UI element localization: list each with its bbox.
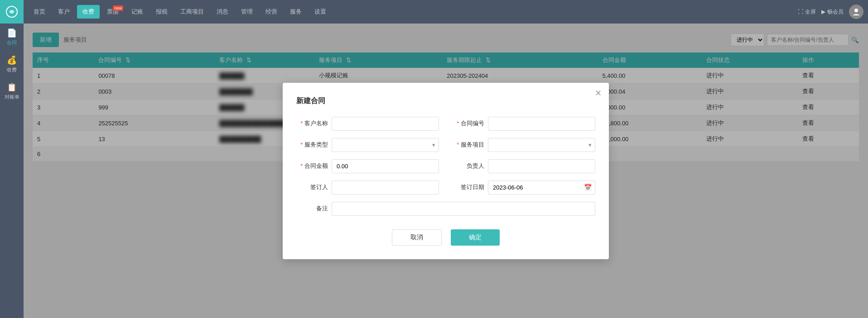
main-area: 首页 客户 收费 票据 new 记账 报税 工商项目 消息 管理 经营 服务 设… — [24, 0, 868, 318]
fullscreen-icon: ⛶ — [798, 9, 803, 15]
new-badge: new — [113, 5, 123, 11]
sidebar-item-reconciliation[interactable]: 📋 对账单 — [0, 78, 24, 105]
nav-manage[interactable]: 管理 — [236, 5, 258, 19]
nav-settings[interactable]: 设置 — [309, 5, 332, 19]
form-row-responsible: 负责人 — [453, 159, 595, 173]
sidebar-item-collection-label: 收费 — [7, 66, 17, 73]
amount-label: 合同金额 — [296, 162, 328, 170]
nav-service[interactable]: 服务 — [285, 5, 307, 19]
form-row-service-type: 服务类型 — [296, 138, 439, 152]
video-icon: ▶ — [821, 9, 825, 15]
logo — [0, 0, 24, 24]
responsible-input[interactable] — [488, 159, 595, 173]
service-item-label: 服务项目 — [453, 141, 484, 149]
service-item-select[interactable] — [488, 138, 595, 152]
contract-icon: 📄 — [7, 28, 17, 38]
amount-input[interactable]: 0.00 — [332, 159, 439, 173]
sign-date-label: 签订日期 — [453, 183, 484, 191]
member-label: 畅会员 — [827, 8, 844, 16]
form-row-sign-date: 签订日期 2023-06-06 📅 — [453, 180, 595, 195]
nav-tax[interactable]: 报税 — [150, 5, 173, 19]
client-name-label: 客户名称 — [296, 119, 328, 128]
avatar[interactable] — [849, 5, 863, 19]
modal-overlay: 新建合同 ✕ 客户名称 合同编号 服务类型 — [24, 24, 868, 318]
signer-label: 签订人 — [296, 183, 328, 191]
svg-point-1 — [854, 9, 858, 12]
sign-date-input[interactable]: 2023-06-06 — [488, 180, 595, 195]
remark-input[interactable] — [332, 202, 595, 216]
nav-business[interactable]: 工商项目 — [175, 5, 209, 19]
collection-icon: 💰 — [7, 55, 17, 65]
remark-label: 备注 — [296, 204, 328, 213]
nav-home[interactable]: 首页 — [28, 5, 51, 19]
modal-close-button[interactable]: ✕ — [595, 88, 602, 98]
form-row-service-item: 服务项目 — [453, 138, 595, 152]
nav-client[interactable]: 客户 — [53, 5, 75, 19]
form-grid: 客户名称 合同编号 服务类型 服务项目 — [296, 117, 595, 216]
service-type-select-wrap — [332, 138, 439, 152]
sidebar-item-reconciliation-label: 对账单 — [5, 94, 19, 100]
nav-invoice[interactable]: 收费 — [77, 5, 100, 19]
service-item-select-wrap — [488, 138, 595, 152]
modal-title: 新建合同 — [296, 96, 595, 106]
topnav-right: ⛶ 全屏 ▶ 畅会员 — [798, 5, 863, 19]
confirm-button[interactable]: 确定 — [451, 229, 500, 246]
sidebar-item-contract-label: 合同 — [7, 39, 17, 46]
responsible-label: 负责人 — [453, 162, 484, 170]
nav-ticket[interactable]: 票据 new — [101, 5, 124, 19]
service-type-select[interactable] — [332, 138, 439, 152]
nav-accounts[interactable]: 记账 — [126, 5, 149, 19]
sidebar: 📄 合同 💰 收费 📋 对账单 — [0, 0, 24, 318]
content-area: 新增 服务项目 进行中 已终止 全部 🔍 序号 合同编号 ⇅ — [24, 24, 868, 318]
modal-footer: 取消 确定 — [296, 229, 595, 246]
fullscreen-label: 全屏 — [805, 8, 816, 16]
sidebar-item-collection[interactable]: 💰 收费 — [0, 51, 24, 78]
form-row-client-name: 客户名称 — [296, 117, 439, 131]
topnav: 首页 客户 收费 票据 new 记账 报税 工商项目 消息 管理 经营 服务 设… — [24, 0, 868, 24]
form-row-contract-no: 合同编号 — [453, 117, 595, 131]
reconciliation-icon: 📋 — [7, 82, 17, 92]
form-row-signer: 签订人 — [296, 180, 439, 195]
nav-message[interactable]: 消息 — [211, 5, 234, 19]
nav-operation[interactable]: 经营 — [260, 5, 283, 19]
fullscreen-button[interactable]: ⛶ 全屏 — [798, 8, 816, 16]
contract-no-input[interactable] — [488, 117, 595, 131]
sidebar-item-contract[interactable]: 📄 合同 — [0, 24, 24, 51]
client-name-input[interactable] — [332, 117, 439, 131]
modal-new-contract: 新建合同 ✕ 客户名称 合同编号 服务类型 — [283, 83, 609, 259]
cancel-button[interactable]: 取消 — [392, 229, 442, 246]
form-row-amount: 合同金额 0.00 — [296, 159, 439, 173]
form-row-remark: 备注 — [296, 202, 595, 216]
contract-no-label: 合同编号 — [453, 119, 484, 128]
member-button[interactable]: ▶ 畅会员 — [821, 8, 844, 16]
sign-date-wrap: 2023-06-06 📅 — [488, 180, 595, 195]
service-type-label: 服务类型 — [296, 141, 328, 149]
signer-input[interactable] — [332, 180, 439, 195]
